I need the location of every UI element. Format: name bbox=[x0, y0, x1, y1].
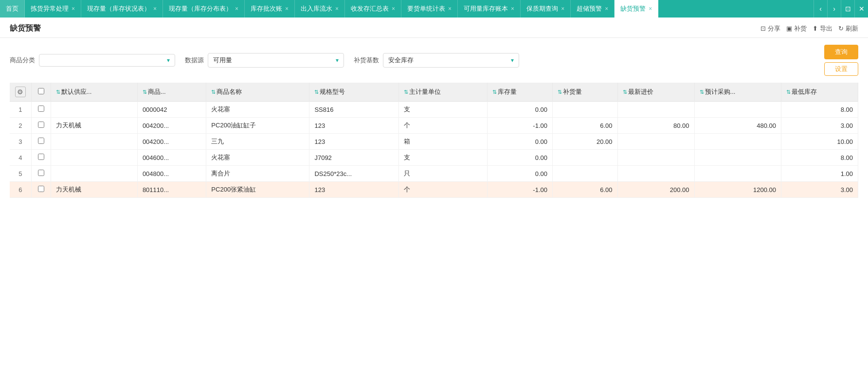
tab-inout-flow[interactable]: 出入库流水× bbox=[295, 0, 345, 18]
cell-stock_qty-row6: -1.00 bbox=[488, 182, 553, 198]
row-checkbox-2[interactable] bbox=[38, 122, 44, 128]
col-label-stock_qty: 库存量 bbox=[498, 88, 517, 95]
cell-checkbox-row6[interactable] bbox=[31, 182, 51, 198]
col-header-unit[interactable]: ⇅主计量单位 bbox=[399, 83, 488, 102]
cell-spec-row5: DS250*23c... bbox=[309, 166, 399, 182]
cell-unit-row3: 箱 bbox=[399, 134, 488, 150]
row-checkbox-6[interactable] bbox=[38, 186, 44, 192]
table-row: 6力天机械801110...PC200张紧油缸123个-1.006.00200.… bbox=[10, 182, 858, 198]
tab-close-inventory-dist[interactable]: × bbox=[235, 5, 238, 12]
select-all-checkbox[interactable] bbox=[38, 88, 44, 94]
cell-checkbox-row2[interactable] bbox=[31, 118, 51, 134]
tab-label-receive-summary: 收发存汇总表 bbox=[351, 4, 389, 13]
page-title: 缺货预警 bbox=[10, 23, 41, 34]
cell-est_purchase-row3 bbox=[694, 134, 781, 150]
share-button[interactable]: ⊡ 分享 bbox=[760, 24, 780, 33]
cell-settings-row1: 1 bbox=[10, 102, 31, 118]
col-label-latest_price: 最新进价 bbox=[628, 88, 653, 95]
tab-label-home: 首页 bbox=[6, 4, 18, 13]
main-content: 缺货预警 ⊡ 分享 ▣ 补货 ⬆ 导出 ↻ 刷新 商品分类 bbox=[0, 18, 868, 387]
datasource-select[interactable]: 可用量 ▾ bbox=[208, 53, 344, 68]
cell-est_purchase-row2: 480.00 bbox=[694, 118, 781, 134]
cell-replenish_qty-row2: 6.00 bbox=[553, 118, 618, 134]
sort-icon-min_stock: ⇅ bbox=[786, 89, 791, 95]
settings-button[interactable]: 设置 bbox=[824, 62, 858, 76]
tab-close-shortage-warning[interactable]: × bbox=[649, 5, 652, 12]
cell-product_name-row4: 火花塞 bbox=[206, 150, 309, 166]
restore-button[interactable]: ⊡ bbox=[841, 0, 854, 18]
cell-latest_price-row4 bbox=[617, 150, 694, 166]
tab-receive-summary[interactable]: 收发存汇总表× bbox=[345, 0, 401, 18]
cell-unit-row1: 支 bbox=[399, 102, 488, 118]
tab-home[interactable]: 首页 bbox=[0, 0, 25, 18]
tab-overstock-warning[interactable]: 超储预警× bbox=[571, 0, 615, 18]
col-header-est_purchase[interactable]: ⇅预计采购... bbox=[694, 83, 781, 102]
col-header-min_stock[interactable]: ⇅最低库存 bbox=[781, 83, 858, 102]
category-select[interactable]: ▾ bbox=[39, 54, 175, 67]
cell-settings-row4: 4 bbox=[10, 150, 31, 166]
tab-prev-button[interactable]: ‹ bbox=[814, 0, 827, 18]
row-checkbox-3[interactable] bbox=[38, 138, 44, 144]
tab-close-expiry-query[interactable]: × bbox=[561, 5, 564, 12]
tab-close-inout-flow[interactable]: × bbox=[335, 5, 339, 12]
tab-inventory-dist[interactable]: 现存量（库存分布表）× bbox=[163, 0, 245, 18]
cell-product_code-row3: 004200... bbox=[137, 134, 206, 150]
cell-checkbox-row1[interactable] bbox=[31, 102, 51, 118]
cell-min_stock-row1: 8.00 bbox=[781, 102, 858, 118]
col-header-product_code[interactable]: ⇅商品... bbox=[137, 83, 206, 102]
row-checkbox-5[interactable] bbox=[38, 170, 44, 176]
refresh-button[interactable]: ↻ 刷新 bbox=[838, 24, 858, 33]
cell-min_stock-row3: 10.00 bbox=[781, 134, 858, 150]
tab-next-button[interactable]: › bbox=[827, 0, 841, 18]
tab-close-available-ledger[interactable]: × bbox=[511, 5, 514, 12]
tab-available-ledger[interactable]: 可用量库存账本× bbox=[458, 0, 521, 18]
datasource-value: 可用量 bbox=[213, 56, 232, 65]
col-header-stock_qty[interactable]: ⇅库存量 bbox=[488, 83, 553, 102]
tab-label-order-stats: 要货单统计表 bbox=[407, 4, 445, 13]
replenish-button[interactable]: ▣ 补货 bbox=[786, 24, 807, 33]
cell-latest_price-row6: 200.00 bbox=[617, 182, 694, 198]
tab-expiry-query[interactable]: 保质期查询× bbox=[521, 0, 571, 18]
close-all-button[interactable]: ✕ bbox=[854, 0, 868, 18]
tab-close-batch-account[interactable]: × bbox=[285, 5, 289, 12]
row-checkbox-1[interactable] bbox=[38, 106, 44, 112]
cell-stock_qty-row1: 0.00 bbox=[488, 102, 553, 118]
col-header-replenish_qty[interactable]: ⇅补货量 bbox=[553, 83, 618, 102]
cell-replenish_qty-row1 bbox=[553, 102, 618, 118]
export-button[interactable]: ⬆ 导出 bbox=[813, 24, 832, 33]
tab-order-stats[interactable]: 要货单统计表× bbox=[401, 0, 458, 18]
tab-close-inventory-status[interactable]: × bbox=[153, 5, 157, 12]
tab-batch-account[interactable]: 库存批次账× bbox=[245, 0, 295, 18]
table-row: 3004200...三九123箱0.0020.0010.00 bbox=[10, 134, 858, 150]
col-header-latest_price[interactable]: ⇅最新进价 bbox=[617, 83, 694, 102]
tab-bar: 首页拣货异常处理×现存量（库存状况表）×现存量（库存分布表）×库存批次账×出入库… bbox=[0, 0, 868, 18]
cell-min_stock-row2: 3.00 bbox=[781, 118, 858, 134]
col-header-default_supplier[interactable]: ⇅默认供应... bbox=[51, 83, 137, 102]
cell-replenish_qty-row5 bbox=[553, 166, 618, 182]
filter-right: 查询 设置 bbox=[824, 45, 858, 76]
cell-replenish_qty-row3: 20.00 bbox=[553, 134, 618, 150]
query-button[interactable]: 查询 bbox=[824, 45, 858, 59]
row-checkbox-4[interactable] bbox=[38, 154, 44, 160]
tab-close-receive-summary[interactable]: × bbox=[392, 5, 395, 12]
tab-label-exception: 拣货异常处理 bbox=[31, 4, 69, 13]
tab-close-overstock-warning[interactable]: × bbox=[605, 5, 608, 12]
col-header-spec[interactable]: ⇅规格型号 bbox=[309, 83, 399, 102]
cell-product_name-row6: PC200张紧油缸 bbox=[206, 182, 309, 198]
cell-checkbox-row4[interactable] bbox=[31, 150, 51, 166]
cell-checkbox-row3[interactable] bbox=[31, 134, 51, 150]
category-filter-group: 商品分类 ▾ bbox=[10, 54, 175, 67]
tab-inventory-status[interactable]: 现存量（库存状况表）× bbox=[81, 0, 163, 18]
replenish-icon: ▣ bbox=[786, 25, 792, 32]
tab-shortage-warning[interactable]: 缺货预警× bbox=[615, 0, 658, 18]
tab-exception[interactable]: 拣货异常处理× bbox=[25, 0, 81, 18]
tab-label-batch-account: 库存批次账 bbox=[251, 4, 282, 13]
tab-close-order-stats[interactable]: × bbox=[448, 5, 452, 12]
settings-column-icon[interactable]: ⚙ bbox=[15, 87, 26, 97]
col-header-product_name[interactable]: ⇅商品名称 bbox=[206, 83, 309, 102]
cell-latest_price-row5 bbox=[617, 166, 694, 182]
cell-checkbox-row5[interactable] bbox=[31, 166, 51, 182]
replenish-basis-select[interactable]: 安全库存 ▾ bbox=[383, 53, 519, 68]
sort-icon-replenish_qty: ⇅ bbox=[558, 89, 562, 95]
tab-close-exception[interactable]: × bbox=[72, 5, 75, 12]
